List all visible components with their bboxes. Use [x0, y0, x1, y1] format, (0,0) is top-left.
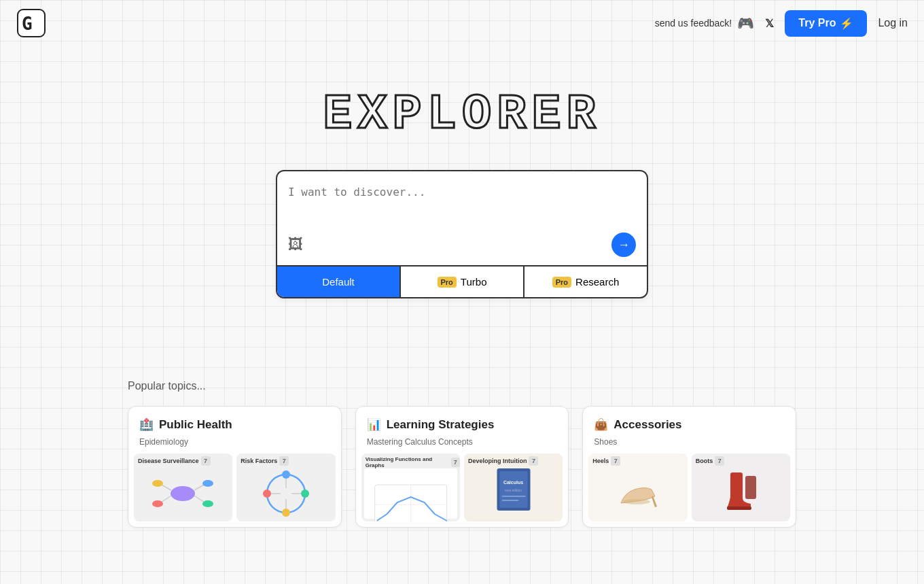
item-num: 7: [715, 456, 724, 466]
graph-svg: [367, 483, 455, 521]
svg-rect-27: [501, 496, 525, 497]
svg-rect-31: [727, 506, 751, 510]
accessories-title: Accessories: [614, 418, 681, 432]
svg-point-8: [152, 500, 163, 507]
login-button[interactable]: Log in: [878, 17, 908, 29]
disease-surveillance-visual: [137, 468, 230, 519]
svg-text:new edition: new edition: [505, 488, 522, 492]
list-item[interactable]: Developing Intuition 7 Calculus new edit…: [464, 453, 563, 521]
public-health-items: Disease Surveillance 7: [128, 453, 341, 527]
default-tab-label: Default: [322, 276, 355, 288]
x-twitter-icon[interactable]: 𝕏: [765, 17, 774, 30]
item-text: Disease Surveillance: [138, 458, 199, 464]
mode-tabs: Default Pro Turbo Pro Research: [277, 265, 647, 297]
arrow-right-icon: →: [618, 238, 630, 252]
svg-rect-32: [745, 476, 756, 499]
tab-default[interactable]: Default: [277, 267, 401, 297]
svg-point-10: [202, 500, 213, 507]
heels-visual: [611, 466, 665, 516]
learning-items: Visualizing Functions and Graphs 7: [356, 453, 569, 527]
public-health-icon: 🏥: [139, 417, 154, 432]
tab-turbo[interactable]: Pro Turbo: [401, 267, 525, 297]
public-health-title: Public Health: [159, 418, 232, 432]
item-num: 7: [279, 456, 289, 466]
topic-card-accessories[interactable]: 👜 Accessories Shoes Heels 7: [582, 406, 796, 528]
item-text: Developing Intuition: [468, 458, 527, 464]
topic-header-accessories: 👜 Accessories: [583, 407, 796, 437]
item-num: 7: [201, 456, 211, 466]
app-logo[interactable]: G: [16, 8, 46, 38]
heels-svg: [611, 466, 665, 513]
tab-research[interactable]: Pro Research: [525, 267, 647, 297]
list-item[interactable]: Visualizing Functions and Graphs 7: [361, 453, 460, 521]
accessories-icon: 👜: [594, 417, 608, 432]
try-pro-button[interactable]: Try Pro ⚡: [785, 10, 867, 37]
svg-point-2: [171, 486, 195, 501]
discord-icon: 🎮: [737, 15, 754, 31]
topic-header-public-health: 🏥 Public Health: [128, 407, 341, 437]
item-num: 7: [611, 456, 620, 466]
risk-svg: [262, 470, 310, 517]
svg-point-14: [282, 509, 290, 517]
research-pro-badge: Pro: [552, 277, 571, 288]
turbo-tab-label: Turbo: [461, 276, 487, 288]
topic-card-learning[interactable]: 📊 Learning Strategies Mastering Calculus…: [355, 406, 569, 528]
learning-title: Learning Strategies: [387, 418, 495, 432]
search-bottom-row: 🖼 →: [277, 227, 647, 265]
svg-rect-30: [730, 473, 743, 498]
research-tab-label: Research: [575, 276, 619, 288]
feedback-link[interactable]: send us feedback! 🎮: [655, 15, 755, 31]
item-label: Heels 7: [592, 456, 620, 466]
topics-grid: 🏥 Public Health Epidemiology Disease Sur…: [128, 406, 796, 528]
item-label: Developing Intuition 7: [468, 456, 539, 466]
list-item[interactable]: Heels 7: [588, 453, 687, 521]
popular-topics-section: Popular topics... 🏥 Public Health Epidem…: [0, 353, 924, 555]
item-text: Heels: [592, 458, 609, 464]
turbo-pro-badge: Pro: [438, 277, 457, 288]
svg-point-9: [202, 480, 213, 487]
boots-svg: [717, 466, 764, 513]
item-text: Boots: [696, 458, 713, 464]
book-svg: Calculus new edition: [495, 467, 532, 515]
search-container: 🖼 → Default Pro Turbo Pro Research: [276, 170, 648, 298]
popular-label: Popular topics...: [128, 380, 796, 392]
image-upload-button[interactable]: 🖼: [288, 236, 303, 254]
calculus-book-visual: Calculus new edition: [495, 467, 532, 517]
mindmap-svg: [151, 470, 215, 517]
list-item[interactable]: Risk Factors 7: [236, 453, 335, 521]
svg-text:G: G: [22, 14, 33, 34]
item-text: Visualizing Functions and Graphs: [366, 456, 449, 468]
try-pro-label: Try Pro: [798, 17, 836, 29]
item-label: Visualizing Functions and Graphs 7: [366, 456, 460, 468]
header-left: G: [16, 8, 46, 38]
list-item[interactable]: Disease Surveillance 7: [134, 453, 232, 521]
svg-point-7: [152, 480, 163, 487]
item-label: Boots 7: [696, 456, 725, 466]
search-input[interactable]: [288, 185, 636, 218]
svg-rect-28: [501, 500, 518, 501]
svg-text:Calculus: Calculus: [503, 480, 523, 485]
main-content: EXPLORER 🖼 → Default Pro Turbo Pro: [0, 46, 924, 298]
item-text: Risk Factors: [241, 458, 277, 464]
header: G send us feedback! 🎮 𝕏 Try Pro ⚡ Log in: [0, 0, 924, 46]
list-item[interactable]: Boots 7: [692, 453, 790, 521]
svg-point-15: [263, 489, 271, 498]
svg-point-12: [282, 470, 290, 479]
public-health-subtitle: Epidemiology: [128, 437, 341, 453]
accessories-subtitle: Shoes: [583, 437, 796, 453]
image-icon: 🖼: [288, 236, 303, 254]
svg-point-13: [301, 489, 309, 498]
topic-card-public-health[interactable]: 🏥 Public Health Epidemiology Disease Sur…: [128, 406, 342, 528]
boots-visual: [717, 466, 764, 516]
item-num: 7: [451, 458, 460, 467]
learning-subtitle: Mastering Calculus Concepts: [356, 437, 569, 453]
risk-factors-visual: [239, 468, 332, 519]
functions-graph-visual: [364, 468, 457, 519]
search-submit-button[interactable]: →: [611, 233, 636, 257]
header-right: send us feedback! 🎮 𝕏 Try Pro ⚡ Log in: [655, 10, 908, 37]
search-input-area: [277, 171, 647, 227]
item-label: Disease Surveillance 7: [138, 456, 211, 466]
topic-header-learning: 📊 Learning Strategies: [356, 407, 569, 437]
page-title: EXPLORER: [323, 87, 601, 143]
learning-icon: 📊: [367, 417, 381, 432]
